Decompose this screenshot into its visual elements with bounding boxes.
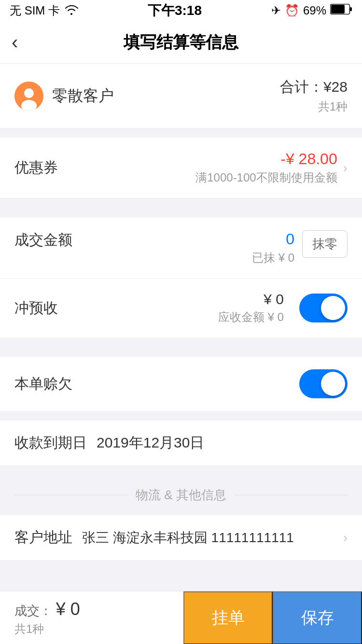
coupon-chevron: › <box>343 160 348 176</box>
location-icon: ✈ <box>271 4 281 17</box>
round-off-button[interactable]: 抹零 <box>302 230 348 258</box>
nav-bar: ‹ 填写结算等信息 <box>0 21 362 64</box>
coupon-value-col: -¥ 28.00 满1000-100不限制使用金额 <box>195 150 337 185</box>
status-right: ✈ ⏰ 69% <box>271 4 352 17</box>
prepay-right: ¥ 0 应收金额 ¥ 0 <box>218 291 348 325</box>
due-date-row: 收款到期日 2019年12月30日 <box>0 420 362 465</box>
svg-rect-1 <box>350 7 352 11</box>
logistics-title-text: 物流 & 其他信息 <box>136 487 226 504</box>
back-button[interactable]: ‹ <box>12 31 18 53</box>
coupon-label: 优惠券 <box>14 158 58 178</box>
due-date-value: 2019年12月30日 <box>97 433 204 453</box>
deal-row: 成交金额 0 已抹 ¥ 0 抹零 <box>0 218 362 279</box>
page-title: 填写结算等信息 <box>124 31 238 54</box>
logistics-title: 物流 & 其他信息 <box>14 487 348 504</box>
coupon-value: -¥ 28.00 <box>195 150 337 168</box>
prepay-toggle-knob <box>321 296 345 320</box>
address-label: 客户地址 <box>14 528 72 547</box>
address-section[interactable]: 客户地址 张三 海淀永丰科技园 11111111111 › <box>0 515 362 560</box>
svg-rect-2 <box>331 5 345 14</box>
bottom-deal-amount: ¥ 0 <box>56 599 80 619</box>
deal-right: 0 已抹 ¥ 0 抹零 <box>252 230 348 266</box>
total-amount: 合计：¥28 <box>280 77 348 97</box>
carrier-text: 无 SIM 卡 <box>10 3 60 18</box>
bottom-deal-label: 成交： <box>14 603 52 618</box>
deal-sub: 已抹 ¥ 0 <box>252 250 294 266</box>
status-bar: 无 SIM 卡 下午3:18 ✈ ⏰ 69% <box>0 0 362 21</box>
credit-section: 本单赊欠 <box>0 357 362 411</box>
customer-avatar <box>14 82 43 111</box>
deal-section: 成交金额 0 已抹 ¥ 0 抹零 冲预收 ¥ 0 应收金额 ¥ 0 <box>0 218 362 337</box>
svg-point-4 <box>24 88 34 98</box>
logistics-header: 物流 & 其他信息 <box>0 475 362 515</box>
deal-value: 0 <box>286 230 294 248</box>
alarm-icon: ⏰ <box>285 4 299 17</box>
prepay-toggle[interactable] <box>299 294 348 322</box>
bottom-bar: 成交： ¥ 0 共1种 挂单 保存 <box>0 591 362 644</box>
credit-toggle[interactable] <box>299 369 348 398</box>
customer-name: 零散客户 <box>52 85 114 107</box>
status-left: 无 SIM 卡 <box>10 3 78 18</box>
coupon-right: -¥ 28.00 满1000-100不限制使用金额 › <box>195 150 348 185</box>
deal-label: 成交金额 <box>14 230 72 250</box>
battery-text: 69% <box>303 4 326 17</box>
customer-left: 零散客户 <box>14 82 114 111</box>
prepay-row: 冲预收 ¥ 0 应收金额 ¥ 0 <box>0 279 362 337</box>
credit-row: 本单赊欠 <box>0 357 362 411</box>
prepay-sub: 应收金额 ¥ 0 <box>218 309 284 325</box>
due-date-label: 收款到期日 <box>14 433 87 453</box>
save-button[interactable]: 保存 <box>273 591 362 644</box>
credit-toggle-knob <box>321 372 345 396</box>
time-display: 下午3:18 <box>148 1 202 20</box>
logistics-line-right <box>234 495 348 495</box>
bottom-left: 成交： ¥ 0 共1种 <box>0 599 183 637</box>
content: 零散客户 合计：¥28 共1种 优惠券 -¥ 28.00 满1000-100不限… <box>0 64 362 628</box>
wifi-icon <box>65 4 78 17</box>
bottom-deal-line: 成交： ¥ 0 <box>14 599 169 619</box>
deal-value-col: 0 已抹 ¥ 0 <box>252 230 294 266</box>
customer-total: 合计：¥28 共1种 <box>280 77 348 114</box>
address-row[interactable]: 客户地址 张三 海淀永丰科技园 11111111111 › <box>0 515 362 560</box>
coupon-sub: 满1000-100不限制使用金额 <box>195 170 337 185</box>
prepay-amounts: ¥ 0 应收金额 ¥ 0 <box>218 291 284 325</box>
hold-button[interactable]: 挂单 <box>183 591 273 644</box>
logistics-line-left <box>14 495 128 495</box>
bottom-count: 共1种 <box>14 621 169 637</box>
address-chevron: › <box>343 530 348 546</box>
due-date-section: 收款到期日 2019年12月30日 <box>0 420 362 465</box>
customer-section: 零散客户 合计：¥28 共1种 <box>0 64 362 128</box>
customer-row: 零散客户 合计：¥28 共1种 <box>0 64 362 128</box>
total-count: 共1种 <box>280 99 348 114</box>
coupon-section[interactable]: 优惠券 -¥ 28.00 满1000-100不限制使用金额 › <box>0 138 362 198</box>
section-divider-2 <box>0 347 362 357</box>
section-divider-1 <box>0 208 362 218</box>
battery-icon <box>330 4 352 17</box>
prepay-label: 冲预收 <box>14 298 58 318</box>
credit-label: 本单赊欠 <box>14 374 72 394</box>
prepay-amount: ¥ 0 <box>218 291 284 308</box>
address-value: 张三 海淀永丰科技园 11111111111 <box>82 529 343 547</box>
coupon-row[interactable]: 优惠券 -¥ 28.00 满1000-100不限制使用金额 › <box>0 138 362 198</box>
